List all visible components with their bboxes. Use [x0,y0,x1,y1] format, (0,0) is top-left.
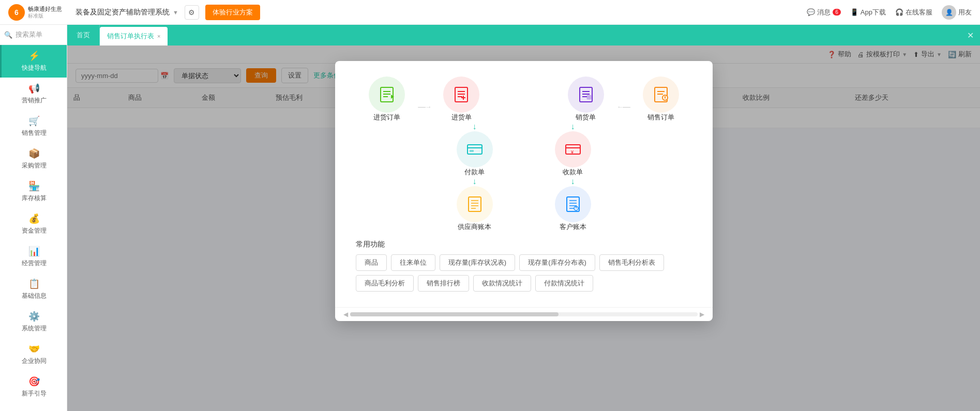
avatar: 👤 [942,5,956,20]
sidebar-item-label-guide: 新手引导 [22,389,47,398]
func-btn-销售排行榜[interactable]: 销售排行榜 [418,275,469,292]
user-button[interactable]: 👤 用友 [942,5,972,20]
marketing-icon: 📢 [28,83,40,94]
sb-down-arrow: ↓ [542,122,604,131]
arrow-so-to-sb: ←------ [617,103,630,111]
sidebar-item-sales[interactable]: 🛒销售管理 [0,110,67,143]
top-bar: 6 畅康通好生意 标准版 装备及固定资产辅助管理系统 ▼ ⚙ 体验行业方案 💬 … [0,0,980,25]
sidebar-item-label-sales: 销售管理 [22,129,47,138]
tab-bar-close-button[interactable]: ✕ [967,31,974,40]
modal-content: 进货订单 ------→ [335,61,713,307]
sidebar-item-guide[interactable]: 🎯新手引导 [0,371,67,403]
func-btn-商品毛利分析[interactable]: 商品毛利分析 [356,275,414,292]
finance-icon: 💰 [28,213,40,224]
sidebar-item-label-basic-info: 基础信息 [22,292,47,300]
sales-bill-icon [568,77,604,113]
svg-rect-24 [470,150,474,152]
operations-icon: 📊 [28,246,40,257]
function-buttons: 商品往来单位现存量(库存状况表)现存量(库存分布表)销售毛利分析表商品毛利分析销… [356,254,692,292]
scroll-right-button[interactable]: ▶ [700,311,704,318]
pay-down-arrow: ↓ [444,177,506,186]
sidebar-item-quick-nav[interactable]: ⚡快捷导航 [0,45,67,78]
inventory-icon: 🏪 [28,180,40,192]
logo-text: 畅康通好生意 标准版 [28,5,62,19]
rec-down-arrow: ↓ [542,177,604,186]
payment-bill-icon [457,131,493,168]
customer-account-col: 客户账本 [542,186,604,232]
guide-icon: 🎯 [28,376,40,387]
sales-order-col: 销售订单 [630,77,692,122]
sidebar-item-label-system: 系统管理 [22,324,47,333]
payment-receipt-row: 付款单 ¥ 收款单 [356,131,692,177]
payment-bill-label: 付款单 [464,168,485,177]
receipt-bill-col: ¥ 收款单 [542,131,604,177]
func-btn-商品[interactable]: 商品 [356,254,387,271]
supplier-account-col: 供应商账本 [444,186,506,232]
func-btn-往来单位[interactable]: 往来单位 [391,254,435,271]
sidebar-item-basic-info[interactable]: 📋基础信息 [0,273,67,306]
sales-icon: 🛒 [28,115,40,127]
sales-bill-col: 销货单 [555,77,617,122]
sidebar-item-label-marketing: 营销推广 [22,96,47,105]
sidebar-item-operations[interactable]: 📊经营管理 [0,240,67,273]
purchase-order-label: 进货订单 [373,113,400,122]
sidebar-item-finance[interactable]: 💰资金管理 [0,208,67,240]
system-dropdown-arrow[interactable]: ▼ [173,9,178,16]
flow-modal: 进货订单 ------→ [335,61,713,321]
payment-bill-col: 付款单 [444,131,506,177]
common-functions-title: 常用功能 [356,240,692,249]
sidebar-item-marketing[interactable]: 📢营销推广 [0,78,67,110]
settings-button[interactable]: ⚙ [185,5,199,20]
func-btn-收款情况统计[interactable]: 收款情况统计 [473,275,531,292]
svg-rect-28 [469,197,481,211]
sidebar-item-system[interactable]: ⚙️系统管理 [0,306,67,338]
system-title: 装备及固定资产辅助管理系统 ▼ [76,8,178,17]
sidebar-items: ⚡快捷导航📢营销推广🛒销售管理📦采购管理🏪库存核算💰资金管理📊经营管理📋基础信息… [0,45,67,403]
supplier-account-label: 供应商账本 [458,222,491,232]
sidebar-item-label-operations: 经营管理 [22,259,47,268]
online-service-button[interactable]: 🎧 在线客服 [895,8,932,17]
tab-close-button[interactable]: × [157,33,160,39]
supplier-account-icon [457,186,493,222]
modal-overlay: 进货订单 ------→ [67,45,980,411]
customer-account-label: 客户账本 [560,222,586,232]
purchase-order-col: 进货订单 [356,77,418,122]
tab-home[interactable]: 首页 [67,25,100,45]
app-download-button[interactable]: 📱 App下载 [850,8,886,17]
common-functions: 常用功能 商品往来单位现存量(库存状况表)现存量(库存分布表)销售毛利分析表商品… [356,240,692,292]
logo-icon: 6 [8,4,25,21]
sales-order-label: 销售订单 [647,113,674,122]
tab-sales-execution[interactable]: 销售订单执行表 × [100,27,168,45]
experience-button[interactable]: 体验行业方案 [205,5,260,20]
enterprise-icon: 🤝 [28,343,40,355]
sidebar-item-label-inventory: 库存核算 [22,194,47,203]
down-arrows-row2: ↓ ↓ [356,177,692,186]
message-button[interactable]: 💬 消息 6 [807,8,841,17]
sidebar-item-inventory[interactable]: 🏪库存核算 [0,175,67,208]
func-btn-付款情况统计[interactable]: 付款情况统计 [535,275,593,292]
basic-info-icon: 📋 [28,278,40,290]
purchase-order-icon [369,77,405,113]
sidebar-item-enterprise[interactable]: 🤝企业协同 [0,338,67,371]
sidebar-item-label-enterprise: 企业协同 [22,357,47,366]
flow-diagram: 进货订单 ------→ [356,77,692,232]
sidebar-item-label-purchase: 采购管理 [22,161,47,170]
scroll-left-button[interactable]: ◀ [343,311,348,318]
pb-down-arrow: ↓ [444,122,506,131]
func-btn-现存量库存分布表[interactable]: 现存量(库存分布表) [519,254,595,271]
content-body: ❓ 帮助 🖨 按模板打印 ▼ ⬆ 导出 ▼ 🔄 [67,45,980,411]
func-btn-销售毛利分析表[interactable]: 销售毛利分析表 [599,254,664,271]
search-menu-area[interactable]: 🔍 搜索菜单 [0,25,67,45]
phone-icon: 📱 [850,8,858,16]
system-icon: ⚙️ [28,311,40,322]
tab-bar: 首页 销售订单执行表 × ✕ [67,25,980,45]
svg-point-21 [665,98,666,99]
func-btn-现存量库存状况表[interactable]: 现存量(库存状况表) [440,254,516,271]
scrollbar-track[interactable] [350,312,698,316]
search-icon: 🔍 [4,31,12,39]
sidebar-item-purchase[interactable]: 📦采购管理 [0,143,67,175]
main-area: 🔍 搜索菜单 ⚡快捷导航📢营销推广🛒销售管理📦采购管理🏪库存核算💰资金管理📊经营… [0,25,980,411]
purchase-bill-col: 进货单 [430,77,492,122]
headset-icon: 🎧 [895,8,903,16]
arrow-po-to-pb: ------→ [418,103,431,111]
